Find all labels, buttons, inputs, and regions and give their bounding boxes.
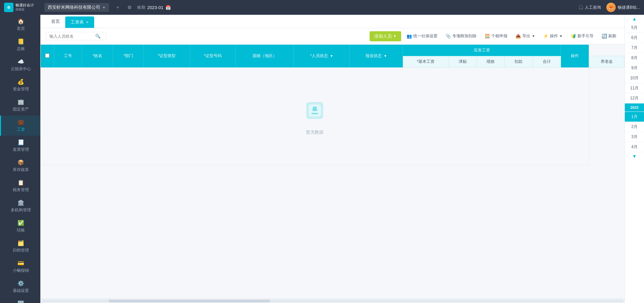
- tax-icon: 📋: [17, 179, 24, 186]
- company-chevron-icon: ▼: [102, 6, 106, 9]
- sidebar-label-tax: 税务管理: [13, 187, 29, 193]
- table-checkbox-header[interactable]: [41, 45, 54, 68]
- logo-text-area: 畅通好会计 旗舰版: [15, 3, 34, 12]
- date-month-2023-3月[interactable]: 3月: [625, 132, 644, 142]
- date-month-2023-4月[interactable]: 4月: [625, 142, 644, 152]
- empty-state-row: 暂无数据: [41, 68, 624, 165]
- multi-icon: 🏛️: [17, 200, 24, 206]
- support-button[interactable]: 🎧 人工咨询: [578, 5, 601, 10]
- date-month-prev-9月[interactable]: 9月: [625, 63, 644, 73]
- support-icon: 🎧: [578, 5, 583, 10]
- sidebar-item-settings[interactable]: ⚙️ 基础设置: [0, 277, 40, 297]
- tab-salary[interactable]: 工资表✕: [65, 16, 94, 28]
- tab-label-home: 首页: [51, 19, 60, 24]
- th-personnel-status[interactable]: *人员状态 ▼: [294, 45, 350, 68]
- operate-chevron-icon: ▼: [559, 34, 563, 38]
- deduction-button[interactable]: 📎 专项附加扣除: [443, 32, 479, 40]
- search-input[interactable]: [49, 34, 93, 39]
- social-label: 统一社保设置: [413, 33, 438, 39]
- sidebar-item-archive[interactable]: 🗂️ 归档管理: [0, 236, 40, 257]
- tax-report-button[interactable]: 🧮 个税申报: [482, 32, 510, 40]
- report-filter-icon: ▼: [384, 54, 387, 58]
- date-month-prev-10月[interactable]: 10月: [625, 73, 644, 83]
- sidebar-item-guide[interactable]: 🆕 新手引导: [0, 297, 40, 303]
- calendar-icon[interactable]: 📅: [165, 5, 171, 10]
- date-month-prev-12月[interactable]: 12月: [625, 93, 644, 103]
- add-person-label: 添加人员: [374, 33, 392, 39]
- date-panel-up-arrow[interactable]: ▲: [625, 15, 644, 23]
- ledger-icon: 📒: [17, 38, 24, 45]
- sidebar-item-expense[interactable]: 💳 小畅报销: [0, 257, 40, 277]
- company-selector[interactable]: 西安虾米网络科技有限公司 ▼: [44, 3, 109, 12]
- salary-table: 工号 *姓名 *部门 *证型类型 *证型号码 国籍（地区） *人员状态 ▼ 报送…: [40, 44, 624, 165]
- export-chevron-icon: ▼: [532, 34, 535, 38]
- user-area[interactable]: 🦊 畅捷通B组...: [606, 3, 640, 12]
- search-box[interactable]: 🔍: [46, 32, 106, 40]
- sidebar-item-salary[interactable]: 💼 工资: [0, 116, 40, 136]
- asset-icon: 🏢: [17, 99, 24, 105]
- date-month-prev-8月[interactable]: 8月: [625, 53, 644, 63]
- sidebar-item-fund[interactable]: 💰 资金管理: [0, 75, 40, 95]
- social-setting-button[interactable]: 👥 统一社保设置: [404, 32, 440, 40]
- toolbar: 🔍 添加人员 ▼ 👥 统一社保设置 📎 专项附加扣除 🧮 个税申报: [40, 28, 624, 44]
- sidebar-item-multi[interactable]: 🏛️ 多机构管理: [0, 196, 40, 216]
- app-name: 畅通好会计: [15, 3, 34, 7]
- date-month-2023-2月[interactable]: 2月: [625, 122, 644, 132]
- date-month-prev-11月[interactable]: 11月: [625, 83, 644, 93]
- refresh-label: 刷新: [608, 33, 616, 39]
- company-name: 西安虾米网络科技有限公司: [48, 4, 100, 10]
- sidebar-item-home[interactable]: 🏠 首页: [0, 15, 40, 35]
- scroll-track[interactable]: [41, 300, 623, 302]
- sidebar-label-multi: 多机构管理: [11, 207, 31, 213]
- settings-icon[interactable]: ⚙: [125, 3, 135, 12]
- sidebar-label-settings: 基础设置: [13, 288, 29, 294]
- expense-icon: 💳: [17, 260, 24, 266]
- sidebar-item-settle[interactable]: ✅ 结账: [0, 216, 40, 236]
- date-month-prev-7月[interactable]: 7月: [625, 43, 644, 53]
- sidebar-item-ledger[interactable]: 📒 总账: [0, 35, 40, 55]
- sidebar-label-asset: 固定资产: [13, 106, 29, 112]
- sidebar-label-salary: 工资: [17, 127, 25, 132]
- sidebar-label-ledger: 总账: [17, 46, 25, 52]
- date-month-2023-1月[interactable]: 1月: [625, 112, 644, 122]
- sidebar-item-asset[interactable]: 🏢 固定资产: [0, 95, 40, 116]
- empty-state: 暂无数据: [44, 70, 585, 162]
- sidebar-item-tax[interactable]: 📋 税务管理: [0, 176, 40, 196]
- date-month-prev-6月[interactable]: 6月: [625, 33, 644, 43]
- user-label: 畅捷通B组...: [618, 5, 640, 10]
- svg-rect-3: [311, 113, 318, 114]
- archive-icon: 🗂️: [17, 240, 24, 246]
- date-month-prev-5月[interactable]: 5月: [625, 23, 644, 33]
- scroll-thumb[interactable]: [109, 300, 270, 302]
- sidebar-item-cloud[interactable]: ☁️ 云报表中心: [0, 55, 40, 75]
- add-company-button[interactable]: ＋: [113, 3, 122, 12]
- export-button[interactable]: 📤 导出 ▼: [513, 32, 538, 40]
- table-container: 工号 *姓名 *部门 *证型类型 *证型号码 国籍（地区） *人员状态 ▼ 报送…: [40, 44, 624, 298]
- th-base-salary: *基本工资: [403, 56, 449, 68]
- refresh-button[interactable]: 🔄 刷新: [599, 32, 619, 40]
- add-person-button[interactable]: 添加人员 ▼: [370, 31, 401, 41]
- th-employee-id: 工号: [54, 45, 82, 68]
- sidebar-label-invoice: 发票管理: [13, 147, 29, 153]
- th-name: *姓名: [82, 45, 113, 68]
- support-label: 人工咨询: [585, 5, 601, 10]
- operate-button[interactable]: ⚡ 操作 ▼: [540, 32, 565, 40]
- new-guide-button[interactable]: 🔰 新手引导: [568, 32, 596, 40]
- tab-home[interactable]: 首页: [46, 16, 65, 28]
- sidebar-item-invoice[interactable]: 🧾 发票管理: [0, 136, 40, 156]
- tab-close-salary[interactable]: ✕: [86, 20, 89, 24]
- horizontal-scrollbar[interactable]: [40, 298, 624, 303]
- invoice-icon: 🧾: [17, 139, 24, 145]
- date-panel-down-arrow[interactable]: ▼: [625, 152, 644, 160]
- sidebar: 🏠 首页📒 总账☁️ 云报表中心💰 资金管理🏢 固定资产💼 工资🧾 发票管理📦: [0, 15, 40, 303]
- empty-text: 暂无数据: [306, 129, 324, 135]
- svg-point-2: [312, 106, 317, 112]
- sidebar-item-inventory[interactable]: 📦 库存核算: [0, 156, 40, 176]
- th-report-status[interactable]: 报送状态 ▼: [350, 45, 403, 68]
- select-all-checkbox[interactable]: [45, 53, 49, 58]
- export-icon: 📤: [516, 34, 521, 39]
- th-department: *部门: [113, 45, 144, 68]
- th-deduction: 扣款: [505, 56, 533, 68]
- svg-point-4: [311, 108, 313, 109]
- social-icon: 👥: [407, 34, 412, 39]
